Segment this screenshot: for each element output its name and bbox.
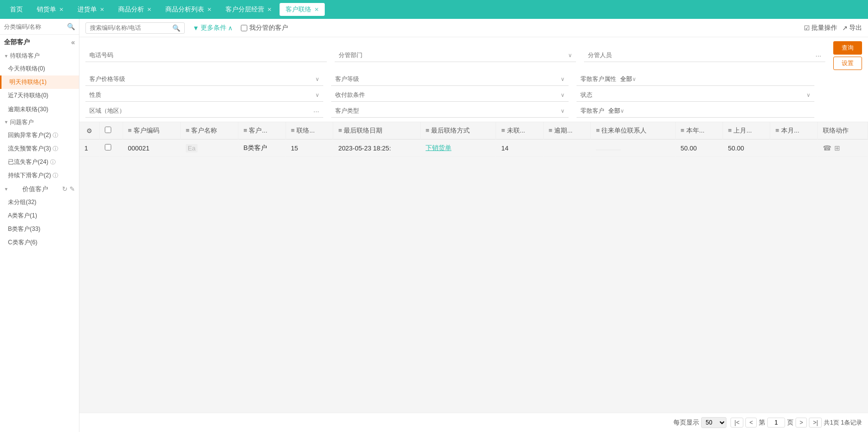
select-all-checkbox[interactable] <box>105 127 111 133</box>
col-contact-person-header[interactable]: ≡ 往来单位联系人 <box>591 122 675 140</box>
col-code-header[interactable]: ≡ 客户编码 <box>123 122 180 140</box>
nav-purchase-close[interactable]: ✕ <box>100 6 104 13</box>
sidebar: 🔍 全部客户 « 待联络客户 今天待联络(0) 明天待联络(1) 近7天待联络(… <box>0 19 79 432</box>
filter-level-input[interactable] <box>363 76 561 83</box>
contact-action-icon[interactable]: ☎ <box>823 144 831 152</box>
filter-retail-value: 全部 <box>608 107 620 115</box>
export-btn[interactable]: ↗ 导出 <box>842 23 862 32</box>
filter-retail-attr-arrow: ∨ <box>632 76 636 82</box>
all-customers-header[interactable]: 全部客户 « <box>0 35 79 50</box>
col-overdue-header[interactable]: ≡ 逾期... <box>543 122 590 140</box>
filter-nature-input[interactable] <box>105 92 315 99</box>
filter-type-arrow: ∨ <box>561 108 565 114</box>
nav-customer-contact[interactable]: 客户联络 ✕ <box>280 3 325 16</box>
data-table: ⚙ ≡ 客户编码 ≡ 客户名称 ≡ 客户... ≡ 联络... ≡ 最后联络日期… <box>79 122 868 157</box>
sidebar-search-icon[interactable]: 🔍 <box>67 23 75 30</box>
col-name-header[interactable]: ≡ 客户名称 <box>180 122 238 140</box>
col-contacts-header[interactable]: ≡ 联络... <box>286 122 333 140</box>
nav-goods-list[interactable]: 商品分析列表 ✕ <box>159 3 217 16</box>
export-icon: ↗ <box>842 24 848 32</box>
sidebar-item-churn-warning[interactable]: 流失预警客户(3) ⓘ <box>0 142 79 155</box>
search-box: 🔍 <box>85 22 185 34</box>
pagination: |< < 第 页 > >| 共1页 1条记录 <box>730 418 862 428</box>
sidebar-item-7days[interactable]: 近7天待联络(0) <box>0 89 79 102</box>
sidebar-item-class-a[interactable]: A类客户(1) <box>0 209 79 222</box>
filter-payment-input[interactable] <box>369 92 561 99</box>
sidebar-item-declining[interactable]: 持续下滑客户(2) ⓘ <box>0 169 79 182</box>
nav-customer-tier[interactable]: 客户分层经营 ✕ <box>219 3 278 16</box>
filter-level-arrow: ∨ <box>561 76 565 82</box>
cell-this-month <box>770 140 817 157</box>
filter-nature-arrow: ∨ <box>315 92 319 98</box>
filter-type-input[interactable] <box>363 108 561 115</box>
col-this-year-header[interactable]: ≡ 本年... <box>675 122 723 140</box>
col-checkbox-header[interactable] <box>99 122 123 140</box>
qr-action-icon[interactable]: ⊞ <box>834 144 840 152</box>
my-customers-checkbox[interactable]: 我分管的客户 <box>241 23 288 32</box>
nav-goods-list-close[interactable]: ✕ <box>207 6 212 13</box>
filter-manager-dots[interactable]: ··· <box>815 52 821 60</box>
group-pending-contact[interactable]: 待联络客户 <box>0 50 79 62</box>
sidebar-item-repurchase-abnormal[interactable]: 回购异常客户(2) ⓘ <box>0 129 79 142</box>
cell-seq: 1 <box>79 140 99 157</box>
page-input[interactable] <box>767 418 785 428</box>
row-checkbox[interactable] <box>105 144 111 150</box>
group-value-customers[interactable]: 价值客户 ↻ ✎ <box>0 183 79 196</box>
sidebar-item-ungrouped[interactable]: 未分组(32) <box>0 196 79 209</box>
sidebar-item-tomorrow[interactable]: 明天待联络(1) <box>0 75 79 89</box>
prev-page-btn[interactable]: < <box>745 418 757 428</box>
query-button[interactable]: 查询 <box>833 41 862 55</box>
sidebar-item-churned[interactable]: 已流失客户(24) ⓘ <box>0 155 79 169</box>
group-problem-customers[interactable]: 问题客户 <box>0 116 79 129</box>
filter-manager-input[interactable] <box>616 52 815 59</box>
col-uncontacted-header[interactable]: ≡ 未联... <box>496 122 543 140</box>
col-settings-header[interactable]: ⚙ <box>79 122 99 140</box>
col-last-method-header[interactable]: ≡ 最后联络方式 <box>421 122 496 140</box>
nav-sales[interactable]: 销货单 ✕ <box>31 3 70 16</box>
sidebar-item-today[interactable]: 今天待联络(0) <box>0 62 79 75</box>
nav-sales-close[interactable]: ✕ <box>59 6 64 13</box>
cell-type: B类客户 <box>238 140 286 157</box>
refresh-icon[interactable]: ↻ <box>62 185 68 193</box>
nav-customer-contact-close[interactable]: ✕ <box>314 6 319 13</box>
col-last-month-header[interactable]: ≡ 上月... <box>723 122 770 140</box>
contact-method-link[interactable]: 下销货单 <box>426 144 451 151</box>
per-page-selector: 每页显示 50 100 200 <box>673 417 726 428</box>
col-type-header[interactable]: ≡ 客户... <box>238 122 286 140</box>
col-last-date-header[interactable]: ≡ 最后联络日期 <box>333 122 421 140</box>
sidebar-search-input[interactable] <box>4 23 65 30</box>
cell-overdue <box>543 140 590 157</box>
nav-goods-analysis[interactable]: 商品分析 ✕ <box>112 3 157 16</box>
filter-dept-arrow: ∨ <box>568 52 572 59</box>
cell-checkbox[interactable] <box>99 140 123 157</box>
filter-region-input[interactable] <box>129 108 313 115</box>
first-page-btn[interactable]: |< <box>730 418 743 428</box>
filter-price-input[interactable] <box>129 76 315 83</box>
search-input[interactable] <box>90 24 172 31</box>
filter-status-input[interactable] <box>596 92 806 99</box>
col-this-month-header[interactable]: ≡ 本月... <box>770 122 817 140</box>
nav-goods-analysis-close[interactable]: ✕ <box>147 6 151 13</box>
adv-filter-panel: 电话号码 分管部门 ∨ 分管人员 ··· 查询 设置 <box>79 37 868 122</box>
filter-payment-arrow: ∨ <box>561 92 565 98</box>
sidebar-item-overdue[interactable]: 逾期未联络(30) <box>0 103 79 116</box>
more-conditions-btn[interactable]: ▼ 更多条件 ∧ <box>189 22 237 34</box>
search-icon[interactable]: 🔍 <box>172 24 180 32</box>
per-page-select[interactable]: 50 100 200 <box>701 417 726 428</box>
nav-customer-tier-close[interactable]: ✕ <box>267 6 272 13</box>
filter-retail: 零散客户 全部 ∨ <box>577 105 814 118</box>
last-page-btn[interactable]: >| <box>809 418 822 428</box>
filter-dept-input[interactable] <box>366 52 568 59</box>
my-customers-check[interactable] <box>241 25 247 31</box>
sidebar-item-class-c[interactable]: C类客户(6) <box>0 236 79 249</box>
filter-phone-input[interactable] <box>117 52 323 59</box>
filter-customer-level: 客户等级 ∨ <box>331 73 569 86</box>
edit-icon[interactable]: ✎ <box>70 185 75 193</box>
filter-region-dots[interactable]: ··· <box>313 107 319 115</box>
nav-home[interactable]: 首页 <box>4 3 29 16</box>
batch-ops-btn[interactable]: ☑ 批量操作 <box>804 23 837 32</box>
next-page-btn[interactable]: > <box>796 418 807 428</box>
sidebar-item-class-b[interactable]: B类客户(33) <box>0 222 79 236</box>
nav-purchase[interactable]: 进货单 ✕ <box>72 3 110 16</box>
settings-button[interactable]: 设置 <box>833 57 862 70</box>
